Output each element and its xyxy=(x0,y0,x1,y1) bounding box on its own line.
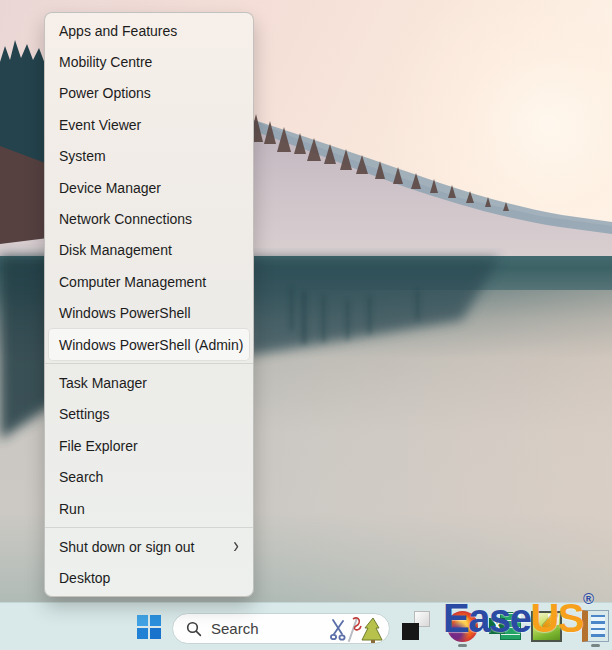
menu-item-file-explorer[interactable]: File Explorer xyxy=(49,430,249,461)
windows-logo-pane xyxy=(137,615,148,626)
menu-item-task-manager[interactable]: Task Manager xyxy=(49,367,249,398)
menu-item-search[interactable]: Search xyxy=(49,461,249,492)
menu-item-label: Windows PowerShell (Admin) xyxy=(59,337,243,353)
seasonal-craft-icon xyxy=(329,615,383,643)
running-indicator xyxy=(591,644,600,647)
menu-item-label: Computer Management xyxy=(59,274,206,290)
menu-item-label: File Explorer xyxy=(59,438,138,454)
menu-item-label: Event Viewer xyxy=(59,117,141,133)
menu-item-windows-powershell[interactable]: Windows PowerShell xyxy=(49,298,249,329)
excel-x-glyph: X xyxy=(489,618,505,634)
black-square xyxy=(402,623,419,640)
menu-item-label: Device Manager xyxy=(59,180,161,196)
search-icon xyxy=(186,621,202,637)
menu-item-label: Apps and Features xyxy=(59,23,177,39)
windows-logo-pane xyxy=(150,628,161,639)
menu-item-apps-and-features[interactable]: Apps and Features xyxy=(49,15,249,46)
green-editor-app-icon[interactable] xyxy=(531,611,562,642)
stacked-squares-app-icon[interactable] xyxy=(402,611,430,640)
menu-item-label: Desktop xyxy=(59,570,110,586)
menu-item-windows-powershell-admin[interactable]: Windows PowerShell (Admin) xyxy=(49,329,249,360)
menu-item-label: Mobility Centre xyxy=(59,54,152,70)
running-indicator xyxy=(458,644,467,647)
menu-item-network-connections[interactable]: Network Connections xyxy=(49,203,249,234)
menu-item-event-viewer[interactable]: Event Viewer xyxy=(49,109,249,140)
menu-item-label: Task Manager xyxy=(59,375,147,391)
menu-item-device-manager[interactable]: Device Manager xyxy=(49,172,249,203)
menu-item-system[interactable]: System xyxy=(49,141,249,172)
menu-item-desktop[interactable]: Desktop xyxy=(49,563,249,594)
taskbar-search-box[interactable]: Search xyxy=(172,613,390,644)
menu-item-power-options[interactable]: Power Options xyxy=(49,78,249,109)
menu-item-label: Power Options xyxy=(59,85,151,101)
windows-logo-pane xyxy=(137,628,148,639)
search-label: Search xyxy=(211,620,259,637)
menu-item-label: Search xyxy=(59,469,103,485)
excel-icon[interactable]: X xyxy=(489,611,522,642)
start-button[interactable] xyxy=(137,615,161,639)
menu-item-disk-management[interactable]: Disk Management xyxy=(49,235,249,266)
menu-item-label: Shut down or sign out xyxy=(59,539,194,555)
menu-item-run[interactable]: Run xyxy=(49,493,249,524)
winx-menu: Apps and Features Mobility Centre Power … xyxy=(44,12,254,597)
menu-separator xyxy=(45,527,253,528)
excel-page-fold xyxy=(513,612,521,620)
menu-item-label: System xyxy=(59,148,106,164)
notepad-app-icon[interactable] xyxy=(582,610,609,642)
menu-item-label: Settings xyxy=(59,406,110,422)
desktop-screen: Apps and Features Mobility Centre Power … xyxy=(0,0,612,650)
menu-item-settings[interactable]: Settings xyxy=(49,399,249,430)
menu-item-shut-down-or-sign-out[interactable]: Shut down or sign out › xyxy=(49,531,249,562)
menu-item-computer-management[interactable]: Computer Management xyxy=(49,266,249,297)
windows-logo-pane xyxy=(150,615,161,626)
chevron-right-icon: › xyxy=(233,536,239,557)
menu-item-label: Network Connections xyxy=(59,211,192,227)
menu-item-mobility-centre[interactable]: Mobility Centre xyxy=(49,46,249,77)
menu-item-label: Disk Management xyxy=(59,242,172,258)
menu-item-label: Windows PowerShell xyxy=(59,305,191,321)
menu-separator xyxy=(45,363,253,364)
firefox-browser-icon[interactable] xyxy=(447,611,478,642)
menu-item-label: Run xyxy=(59,501,85,517)
